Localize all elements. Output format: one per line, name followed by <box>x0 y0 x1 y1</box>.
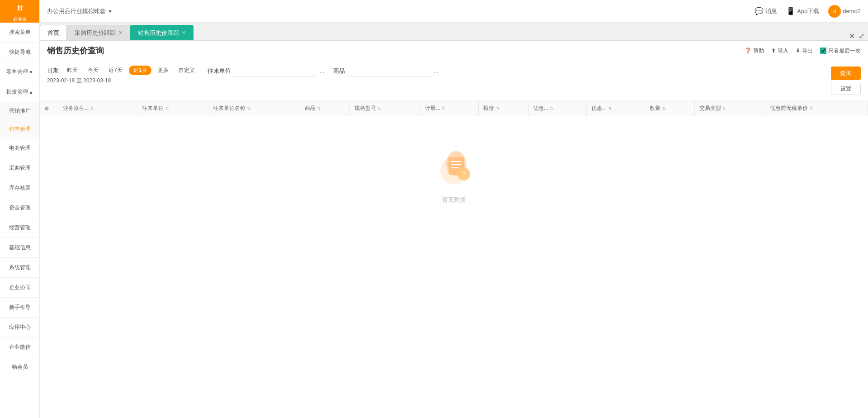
date-btn-1month[interactable]: 近1月 <box>129 66 152 75</box>
th-label: 优惠... <box>533 105 548 111</box>
sidebar-item-label: 快捷导航 <box>9 48 31 56</box>
last-only-text: 只看最后一次 <box>828 47 861 55</box>
filter-actions: 查询 设置 <box>831 66 861 95</box>
user-menu[interactable]: d demo2 <box>828 5 861 18</box>
sidebar-item-finance[interactable]: 资金管理 <box>0 198 39 218</box>
sidebar-item-retail[interactable]: 零售管理 ▼ <box>0 62 39 82</box>
maximize-button[interactable]: ⤢ <box>859 32 864 40</box>
sidebar-item-appstore[interactable]: 应用中心 <box>0 318 39 337</box>
date-btn-7days[interactable]: 近7天 <box>105 66 126 75</box>
sidebar-item-operations[interactable]: 经营管理 <box>0 218 39 238</box>
help-icon: ❓ <box>745 48 751 54</box>
sidebar-item-guide[interactable]: 新手引导 <box>0 298 39 318</box>
sidebar-item-enterprise[interactable]: 企业协同 <box>0 278 39 298</box>
import-label: 导入 <box>778 47 788 55</box>
sidebar-item-label: 应用中心 <box>9 323 31 331</box>
message-icon: 💬 <box>755 7 764 15</box>
date-btn-more[interactable]: 更多 <box>154 66 172 75</box>
sidebar-item-label: 畅会员 <box>12 363 28 371</box>
goods-label: 商品 <box>333 67 345 75</box>
filter-bar: 日期 昨天 今天 近7天 近1月 更多 自定义 2023-02-18 至 202… <box>40 60 868 101</box>
sort-icon: ⇅ <box>317 106 321 111</box>
th-label: 计量... <box>425 105 440 111</box>
sidebar-item-search[interactable]: 搜索菜单 <box>0 23 39 43</box>
page-header-actions: ❓ 帮助 ⬆ 导入 ⬇ 导出 只看最后一次 <box>745 47 861 55</box>
sort-icon: ⇅ <box>247 106 250 111</box>
date-btn-custom[interactable]: 自定义 <box>175 66 198 75</box>
sidebar-item-purchase[interactable]: 采购管理 <box>0 158 39 178</box>
last-only-checkbox-label[interactable]: 只看最后一次 <box>820 47 861 55</box>
sidebar-item-marketing[interactable]: 营销推广 <box>0 102 39 120</box>
th-goods[interactable]: 商品 ⇅ <box>300 101 349 116</box>
sidebar-item-label: 零售管理 <box>6 68 28 76</box>
th-counterpart[interactable]: 往来单位 ⇅ <box>137 101 208 116</box>
help-label: 帮助 <box>753 47 764 55</box>
sort-icon: ⇅ <box>810 106 813 111</box>
th-pre-tax-price[interactable]: 优惠前无税单价 ⇅ <box>765 101 868 116</box>
avatar-initials: d <box>833 9 836 14</box>
goods-ellipsis[interactable]: ... <box>434 68 438 74</box>
sidebar-item-label: 电商管理 <box>9 144 31 152</box>
empty-state: ? 暂无数据 <box>40 116 868 231</box>
sidebar-item-ecommerce[interactable]: 电商管理 <box>0 138 39 158</box>
export-icon: ⬇ <box>796 48 800 54</box>
svg-text:?: ? <box>462 171 466 178</box>
th-label: 报价 <box>483 105 494 111</box>
counterpart-filter: 往来单位 ... <box>208 66 324 76</box>
sidebar-item-inventory[interactable]: 库存核算 <box>0 178 39 198</box>
counterpart-input[interactable] <box>234 66 317 76</box>
th-biz-date[interactable]: 业务发生... ⇅ <box>58 101 137 116</box>
date-btn-today[interactable]: 今天 <box>84 66 102 75</box>
app-logo: 好 标准版 <box>0 0 39 23</box>
sidebar-item-member[interactable]: 畅会员 <box>0 357 39 377</box>
tab-home[interactable]: 首页 <box>40 25 67 40</box>
app-selector[interactable]: 办公用品行业模拟账套 ▼ <box>47 7 113 15</box>
th-qty[interactable]: 数量 ⇅ <box>645 101 695 116</box>
th-counterpart-name[interactable]: 往来单位名称 ⇅ <box>208 101 300 116</box>
date-btn-yesterday[interactable]: 昨天 <box>63 66 81 75</box>
chevron-up-icon: ▲ <box>29 90 33 95</box>
close-tab-button[interactable]: ✕ <box>849 32 855 40</box>
th-discount1[interactable]: 优惠... ⇅ <box>528 101 586 116</box>
app-subtitle: 标准版 <box>13 16 27 23</box>
import-button[interactable]: ⬆ 导入 <box>771 47 788 55</box>
sidebar-item-sales-mgmt[interactable]: 销售管理 <box>0 120 39 138</box>
th-spec[interactable]: 规格型号 ⇅ <box>349 101 420 116</box>
tab-sales[interactable]: 销售历史价跟踪 ✕ <box>130 25 193 40</box>
sidebar-item-shortcut[interactable]: 快捷导航 <box>0 43 39 62</box>
th-settings[interactable]: ⚙ <box>40 101 58 116</box>
sort-icon: ⇅ <box>442 106 445 111</box>
table-container: ⚙ 业务发生... ⇅ 往来单位 ⇅ 往来单位名称 ⇅ <box>40 101 868 418</box>
th-trade-type[interactable]: 交易类型 ⇅ <box>694 101 765 116</box>
main-area: 办公用品行业模拟账套 ▼ 💬 消息 📱 App下载 d demo2 首页 <box>40 0 868 418</box>
sidebar-item-system[interactable]: 系统管理 <box>0 258 39 278</box>
sidebar-item-basic[interactable]: 基础信息 <box>0 238 39 258</box>
counterpart-ellipsis[interactable]: ... <box>320 68 324 74</box>
download-button[interactable]: 📱 App下载 <box>786 7 819 15</box>
th-discount2[interactable]: 优惠... ⇅ <box>587 101 645 116</box>
tab-bar-actions: ✕ ⤢ <box>849 32 868 40</box>
page-content: 销售历史价查询 ❓ 帮助 ⬆ 导入 ⬇ 导出 只看最后一次 <box>40 41 868 418</box>
sidebar-item-wholesale[interactable]: 批发管理 ▲ <box>0 82 39 102</box>
message-button[interactable]: 💬 消息 <box>755 7 777 15</box>
tab-close-icon[interactable]: ✕ <box>118 30 123 36</box>
export-label: 导出 <box>802 47 813 55</box>
sidebar-item-label: 经营管理 <box>9 224 31 232</box>
help-button[interactable]: ❓ 帮助 <box>745 47 764 55</box>
last-only-checkbox[interactable] <box>820 48 826 54</box>
sidebar-item-wechat[interactable]: 企业微信 <box>0 337 39 357</box>
tab-purchase[interactable]: 采购历史价跟踪 ✕ <box>67 25 130 40</box>
query-button[interactable]: 查询 <box>831 66 861 80</box>
th-unit[interactable]: 计量... ⇅ <box>420 101 479 116</box>
chevron-down-icon: ▼ <box>29 70 33 75</box>
th-quote[interactable]: 报价 ⇅ <box>479 101 528 116</box>
th-label: 往来单位名称 <box>213 105 245 111</box>
tab-label: 采购历史价跟踪 <box>75 29 116 37</box>
export-button[interactable]: ⬇ 导出 <box>796 47 813 55</box>
th-label: 业务发生... <box>63 105 89 111</box>
sort-icon: ⇅ <box>722 106 726 111</box>
settings-button[interactable]: 设置 <box>831 83 861 95</box>
sort-icon: ⇅ <box>662 106 666 111</box>
goods-input[interactable] <box>348 66 431 76</box>
tab-close-icon[interactable]: ✕ <box>182 30 186 36</box>
